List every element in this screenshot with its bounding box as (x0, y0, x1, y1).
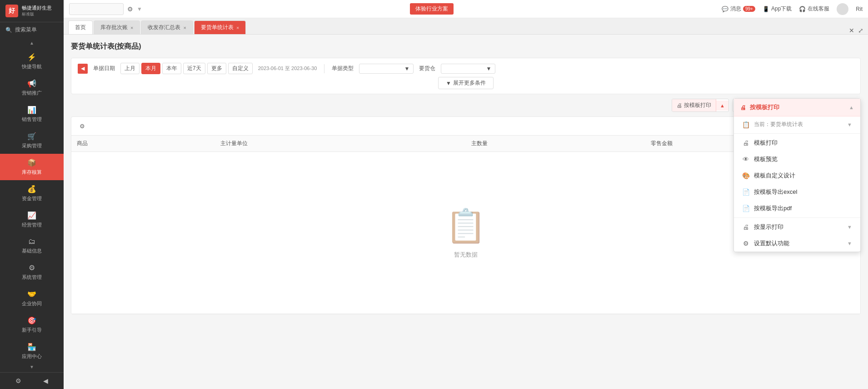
sidebar-item-label: 基础信息 (22, 248, 42, 254)
download-icon: 📱 (763, 6, 769, 12)
date-btn-current-month[interactable]: 本月 (141, 63, 160, 74)
print-chevron-btn[interactable]: ▲ (716, 101, 728, 111)
template-preview-item[interactable]: 👁 模板预览 (734, 151, 860, 167)
print-dropdown-header-label: 按模板打印 (750, 103, 779, 111)
messages-btn[interactable]: 💬 消息 99+ (722, 5, 755, 13)
template-print-item-label: 模板打印 (754, 139, 778, 147)
sidebar-item-label: 采购管理 (22, 142, 42, 149)
tab-batch-account-close[interactable]: × (130, 25, 133, 30)
sidebar-item-label: 系统管理 (22, 274, 42, 281)
sidebar-item-finance[interactable]: 💰 资金管理 (0, 180, 64, 207)
sidebar-settings-btn[interactable]: ⚙ (15, 377, 21, 384)
date-btn-custom[interactable]: 自定义 (228, 63, 253, 74)
online-service-btn[interactable]: 🎧 在线客服 (799, 5, 829, 13)
app-name: 畅捷通好生意 (22, 5, 52, 11)
doc-type-dropdown[interactable]: ▼ (359, 64, 414, 74)
tab-home[interactable]: 首页 (68, 20, 93, 34)
tab-order-stats-close[interactable]: × (236, 25, 239, 30)
goods-type-dropdown[interactable]: ▼ (441, 64, 495, 74)
tab-batch-account[interactable]: 库存批次账 × (94, 20, 140, 34)
sidebar-item-guide[interactable]: 🎯 新手引导 (0, 312, 64, 338)
expand-conditions-btn[interactable]: ▼ 展开更多条件 (438, 77, 494, 89)
sidebar-item-purchase[interactable]: 🛒 采购管理 (0, 127, 64, 154)
template-print-label: 按模板打印 (684, 101, 711, 109)
doc-type-chevron-icon: ▼ (404, 66, 409, 72)
sidebar-item-system[interactable]: ⚙ 系统管理 (0, 259, 64, 285)
topbar-search-input[interactable] (69, 3, 124, 15)
tab-batch-account-label: 库存批次账 (100, 24, 128, 31)
sidebar-item-operation[interactable]: 📈 经营管理 (0, 207, 64, 233)
sidebar-item-sales[interactable]: 📊 销售管理 (0, 101, 64, 127)
template-design-item[interactable]: 🎨 模板自定义设计 (734, 167, 860, 184)
expand-label: 展开更多条件 (453, 79, 486, 87)
user-avatar[interactable] (837, 3, 848, 15)
sidebar-item-basic[interactable]: 🗂 基础信息 (0, 233, 64, 259)
current-template-label: 当前：要货单统计表 (754, 121, 803, 128)
current-template-item[interactable]: 📋 当前：要货单统计表 ▼ (734, 116, 860, 132)
print-icon: 🖨 (677, 102, 682, 109)
date-btn-7days[interactable]: 近7天 (183, 63, 205, 74)
goods-type-chevron-icon: ▼ (486, 66, 491, 72)
date-btn-more[interactable]: 更多 (207, 63, 226, 74)
sidebar-item-collab[interactable]: 🤝 企业协同 (0, 285, 64, 312)
print-dropdown-header[interactable]: 🖨 按模板打印 ▲ (734, 99, 860, 116)
print-dropdown-panel: 🖨 按模板打印 ▲ 📋 当前：要货单统计表 ▼ 🖨 模板打印 👁 模板预览 (733, 98, 861, 252)
print-dropdown-collapse-icon: ▲ (849, 105, 854, 110)
trial-btn[interactable]: 体验行业方案 (410, 3, 454, 15)
finance-icon: 💰 (27, 185, 36, 193)
export-pdf-item[interactable]: 📄 按模板导出pdf (734, 200, 860, 217)
current-template-chevron: ▼ (847, 122, 852, 127)
tab-collect-summary[interactable]: 收发存汇总表 × (141, 20, 193, 34)
filter-divider (324, 64, 324, 73)
page-content: 要货单统计表(按商品) ◀ 单据日期 上月 本月 本年 近7天 更多 自定义 2… (64, 35, 868, 389)
main-content: ⚙ ▼ 体验行业方案 💬 消息 99+ 📱 App下载 🎧 在线客服 Rit 首 (64, 0, 868, 389)
sidebar-collapse-btn[interactable]: ◀ (43, 377, 48, 384)
sidebar-item-label: 经营管理 (22, 222, 42, 228)
export-pdf-icon: 📄 (742, 205, 749, 212)
print-dropdown-header-icon: 🖨 (740, 104, 746, 111)
marketing-icon: 📢 (27, 79, 36, 88)
sidebar-item-inventory[interactable]: 📦 库存核算 (0, 154, 64, 180)
scroll-up-btn[interactable]: ▲ (28, 38, 35, 47)
app-download-btn[interactable]: 📱 App下载 (763, 5, 792, 13)
dropdown-divider-1 (734, 133, 860, 134)
date-range-display: 2023-06-01 至 2023-06-30 (258, 65, 317, 72)
display-print-item[interactable]: 🖨 按显示打印 ▼ (734, 219, 860, 235)
sidebar: 好 畅捷通好生意 标准版 🔍 搜索菜单 ▲ ⚡ 快捷导航 📢 营销推广 📊 销售… (0, 0, 64, 389)
date-btn-last-month[interactable]: 上月 (120, 63, 140, 74)
col-goods: 商品 (71, 136, 215, 152)
search-label: 搜索菜单 (15, 26, 37, 34)
sidebar-item-marketing[interactable]: 📢 营销推广 (0, 75, 64, 101)
export-excel-item[interactable]: 📄 按模板导出excel (734, 184, 860, 200)
template-print-btn[interactable]: 🖨 按模板打印 (672, 99, 716, 111)
sidebar-item-label: 快捷导航 (22, 63, 42, 70)
filter-collapse-btn[interactable]: ◀ (78, 64, 88, 74)
empty-text: 暂无数据 (454, 251, 478, 259)
user-name: Rit (856, 6, 863, 12)
sidebar-item-apps[interactable]: 🏪 应用中心 (0, 338, 64, 361)
tabs-bar: 首页 库存批次账 × 收发存汇总表 × 要货单统计表 × ✕ ⤢ (64, 18, 868, 35)
sidebar-search[interactable]: 🔍 搜索菜单 (0, 22, 64, 37)
apps-icon: 🏪 (27, 343, 36, 351)
tab-order-stats[interactable]: 要货单统计表 × (194, 20, 246, 34)
template-print-item[interactable]: 🖨 模板打印 (734, 135, 860, 151)
set-default-item[interactable]: ⚙ 设置默认功能 ▼ (734, 235, 860, 252)
dropdown-divider-2 (734, 217, 860, 218)
tab-collect-summary-close[interactable]: × (183, 25, 186, 30)
sidebar-item-quick-nav[interactable]: ⚡ 快捷导航 (0, 48, 64, 75)
scroll-down-btn[interactable]: ▼ (28, 362, 35, 371)
search-icon: 🔍 (5, 27, 12, 33)
topbar-dropdown-icon[interactable]: ▼ (137, 6, 142, 12)
window-close-btn[interactable]: ✕ (849, 27, 854, 34)
filter-bar: ◀ 单据日期 上月 本月 本年 近7天 更多 自定义 2023-06-01 至 … (71, 58, 861, 94)
date-filter-label: 单据日期 (93, 65, 115, 72)
date-btn-current-year[interactable]: 本年 (162, 63, 181, 74)
expand-icon: ▼ (446, 80, 451, 86)
collab-icon: 🤝 (27, 290, 36, 298)
display-print-label: 按显示打印 (754, 223, 783, 231)
current-template-icon: 📋 (742, 121, 749, 128)
table-settings-btn[interactable]: ⚙ (77, 121, 88, 131)
window-expand-btn[interactable]: ⤢ (858, 27, 863, 34)
topbar-settings-icon[interactable]: ⚙ (127, 5, 133, 13)
col-quantity: 主数量 (466, 136, 645, 152)
